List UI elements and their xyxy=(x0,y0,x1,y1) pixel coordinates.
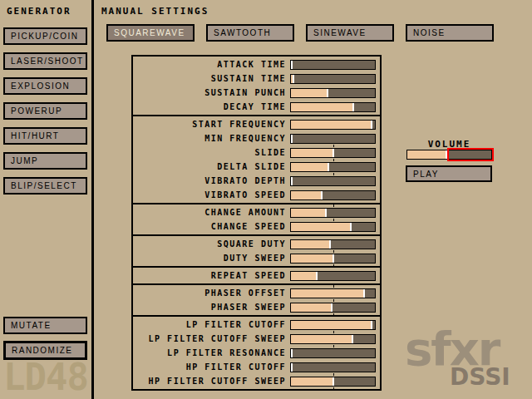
volume-slider-fill xyxy=(407,150,446,159)
slider-lp-filter-cutoff[interactable] xyxy=(290,320,376,330)
slider-attack-time[interactable] xyxy=(290,60,376,70)
slider-indicator[interactable] xyxy=(293,75,294,83)
slider-indicator[interactable] xyxy=(316,272,318,280)
slider-indicator[interactable] xyxy=(325,209,327,217)
slider-square-duty[interactable] xyxy=(290,239,376,249)
slider-row: MIN FREQUENCY xyxy=(133,131,380,145)
slider-label-slide: SLIDE xyxy=(133,148,290,157)
slider-hp-filter-cutoff-sweep[interactable] xyxy=(290,377,376,387)
slider-track xyxy=(290,362,376,372)
slider-indicator[interactable] xyxy=(329,240,331,249)
slider-row: START FREQUENCY xyxy=(133,117,380,131)
slider-indicator[interactable] xyxy=(331,303,332,312)
slider-track xyxy=(290,254,376,264)
slider-fill xyxy=(291,272,317,280)
center-tick xyxy=(333,387,334,390)
slider-decay-time[interactable] xyxy=(290,102,376,112)
slider-indicator[interactable] xyxy=(352,103,354,111)
slider-indicator[interactable] xyxy=(291,61,293,69)
slider-indicator[interactable] xyxy=(363,289,365,298)
slider-vibrato-speed[interactable] xyxy=(290,190,376,200)
slider-row: DUTY SWEEP xyxy=(133,251,380,265)
slider-phaser-sweep[interactable] xyxy=(290,303,376,313)
slider-indicator[interactable] xyxy=(291,349,293,357)
waveform-button-sinewave[interactable]: SINEWAVE xyxy=(306,24,394,42)
generator-button-laser-shoot[interactable]: LASER/SHOOT xyxy=(3,52,87,70)
slider-change-amount[interactable] xyxy=(290,208,376,218)
slider-track xyxy=(290,348,376,358)
slider-track xyxy=(290,208,376,218)
slider-row: LP FILTER CUTOFF xyxy=(133,318,380,332)
slider-start-frequency[interactable] xyxy=(290,120,376,130)
slider-delta-slide[interactable] xyxy=(290,162,376,172)
slider-min-frequency[interactable] xyxy=(290,134,376,144)
slider-phaser-offset[interactable] xyxy=(290,288,376,298)
slider-fill xyxy=(291,121,372,129)
slider-row: ATTACK TIME xyxy=(133,57,380,71)
mutate-button[interactable]: MUTATE xyxy=(3,317,87,334)
slider-label-vibrato-speed: VIBRATO SPEED xyxy=(133,190,290,200)
slider-track xyxy=(290,320,376,330)
slider-sustain-punch[interactable] xyxy=(290,88,376,98)
generator-button-powerup[interactable]: POWERUP xyxy=(3,102,87,120)
slider-label-attack-time: ATTACK TIME xyxy=(133,60,290,69)
slider-indicator[interactable] xyxy=(327,89,328,97)
slider-indicator[interactable] xyxy=(371,121,372,129)
waveform-button-sawtooth[interactable]: SAWTOOTH xyxy=(206,24,294,42)
slider-indicator[interactable] xyxy=(321,191,323,200)
slider-hp-filter-cutoff[interactable] xyxy=(290,362,376,372)
play-button[interactable]: PLAY xyxy=(406,165,492,182)
slider-sustain-time[interactable] xyxy=(290,74,376,84)
slider-group: ATTACK TIMESUSTAIN TIMESUSTAIN PUNCHDECA… xyxy=(131,55,382,116)
slider-row: PHASER OFFSET xyxy=(133,286,380,300)
slider-indicator[interactable] xyxy=(291,135,293,143)
slider-track xyxy=(290,102,376,112)
slider-fill xyxy=(291,377,333,386)
slider-track xyxy=(290,377,376,387)
generator-button-explosion[interactable]: EXPLOSION xyxy=(3,77,87,95)
slider-indicator[interactable] xyxy=(371,321,372,329)
waveform-button-squarewave[interactable]: SQUAREWAVE xyxy=(106,24,195,42)
slider-fill xyxy=(291,149,333,157)
slider-track xyxy=(290,334,376,344)
slider-row: LP FILTER CUTOFF SWEEP xyxy=(133,332,380,346)
slider-row: LP FILTER RESONANCE xyxy=(133,346,380,360)
slider-vibrato-depth[interactable] xyxy=(290,176,376,186)
slider-label-lp-filter-cutoff: LP FILTER CUTOFF xyxy=(133,320,290,329)
center-tick xyxy=(333,173,334,175)
slider-indicator[interactable] xyxy=(328,163,329,171)
slider-slide[interactable] xyxy=(290,148,376,158)
slider-label-decay-time: DECAY TIME xyxy=(133,102,290,111)
slider-indicator[interactable] xyxy=(332,254,334,263)
slider-lp-filter-cutoff-sweep[interactable] xyxy=(290,334,376,344)
slider-row: CHANGE SPEED xyxy=(133,219,380,234)
slider-track xyxy=(290,239,376,249)
waveform-button-noise[interactable]: NOISE xyxy=(406,24,494,42)
slider-row: DECAY TIME xyxy=(133,100,380,114)
slider-indicator[interactable] xyxy=(291,363,293,372)
slider-row: VIBRATO DEPTH xyxy=(133,174,380,188)
slider-indicator[interactable] xyxy=(291,177,293,185)
slider-indicator[interactable] xyxy=(350,223,352,231)
slider-duty-sweep[interactable] xyxy=(290,254,376,264)
slider-indicator[interactable] xyxy=(332,377,334,386)
sfxr-window: GENERATOR PICKUP/COINLASER/SHOOTEXPLOSIO… xyxy=(0,0,532,399)
slider-lp-filter-resonance[interactable] xyxy=(290,348,376,358)
generator-button-pickup-coin[interactable]: PICKUP/COIN xyxy=(3,27,87,45)
slider-fill xyxy=(291,191,322,200)
slider-fill xyxy=(291,303,332,312)
generator-button-jump[interactable]: JUMP xyxy=(3,152,87,170)
volume-slider[interactable] xyxy=(406,150,492,160)
slider-indicator[interactable] xyxy=(352,335,353,343)
slider-label-duty-sweep: DUTY SWEEP xyxy=(133,254,290,263)
randomize-button[interactable]: RANDOMIZE xyxy=(3,341,87,360)
slider-indicator[interactable] xyxy=(332,149,334,157)
slider-row: CHANGE AMOUNT xyxy=(133,205,380,219)
generator-button-hit-hurt[interactable]: HIT/HURT xyxy=(3,127,87,145)
slider-change-speed[interactable] xyxy=(290,222,376,232)
volume-slider-indicator[interactable] xyxy=(446,150,447,159)
generator-button-blip-select[interactable]: BLIP/SELECT xyxy=(3,177,87,195)
slider-track xyxy=(290,120,376,130)
slider-fill xyxy=(291,163,328,171)
slider-repeat-speed[interactable] xyxy=(290,271,376,281)
